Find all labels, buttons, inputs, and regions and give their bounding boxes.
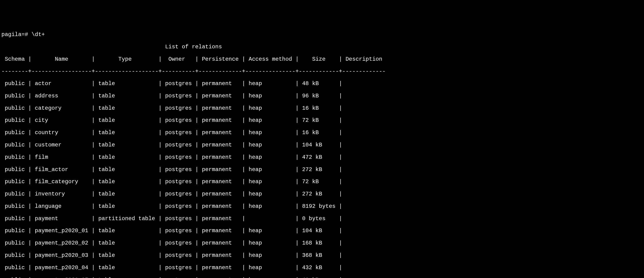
table-row: public | film | table | postgres | perma… [2,154,642,160]
separator-line: --------+------------------+------------… [2,68,642,74]
prompt: pagila=# [2,31,32,38]
table-row: public | language | table | postgres | p… [2,203,642,209]
table-row: public | city | table | postgres | perma… [2,117,642,123]
table-row: public | payment | partitioned table | p… [2,216,642,222]
table-row: public | inventory | table | postgres | … [2,191,642,197]
command: \dt+ [32,31,45,38]
table-body: public | actor | table | postgres | perm… [2,81,642,278]
table-row: public | address | table | postgres | pe… [2,93,642,99]
table-row: public | payment_p2020_03 | table | post… [2,252,642,258]
table-row: public | country | table | postgres | pe… [2,130,642,136]
table-row: public | payment_p2020_05 | table | post… [2,277,642,278]
table-row: public | film_actor | table | postgres |… [2,167,642,173]
title-line: List of relations [2,44,642,50]
table-row: public | film_category | table | postgre… [2,179,642,185]
table-row: public | payment_p2020_04 | table | post… [2,265,642,271]
table-row: public | payment_p2020_02 | table | post… [2,240,642,246]
prompt-line[interactable]: pagila=# \dt+ [2,32,642,38]
table-row: public | payment_p2020_01 | table | post… [2,228,642,234]
header-line: Schema | Name | Type | Owner | Persisten… [2,56,642,62]
table-row: public | actor | table | postgres | perm… [2,81,642,87]
psql-terminal[interactable]: pagila=# \dt+ List of relations Schema |… [2,26,642,278]
table-row: public | category | table | postgres | p… [2,105,642,111]
table-row: public | customer | table | postgres | p… [2,142,642,148]
